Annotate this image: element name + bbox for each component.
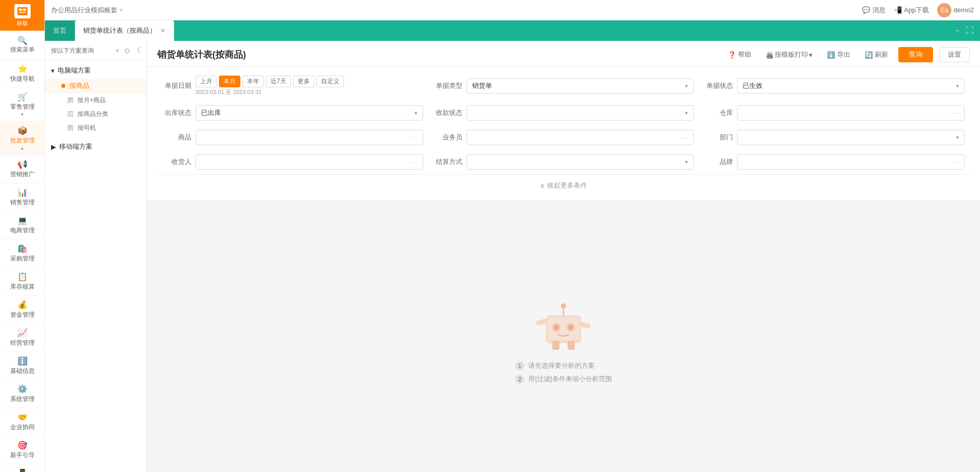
messages-btn[interactable]: 💬 消息 [862, 6, 886, 15]
app-logo-text: 标版 [17, 19, 28, 27]
help-icon: ❓ [728, 51, 736, 59]
tab-maximize-btn[interactable]: ⛶ [966, 26, 974, 35]
filter-row-2: 出库状态 已出库 ▾ 收款状态 [157, 103, 970, 123]
brand-input[interactable]: ··· [737, 154, 965, 170]
out-status-select[interactable]: 已出库 ▾ [195, 105, 423, 121]
sidebar-item-ecommerce[interactable]: 💻 电商管理 [0, 211, 44, 240]
settings-button[interactable]: 设置 [939, 47, 970, 62]
product-input[interactable]: ··· [195, 130, 423, 145]
tab-close-btn[interactable]: ✕ [160, 27, 165, 34]
sidebar-item-marketing[interactable]: 📢 营销推广 [0, 155, 44, 183]
page-title: 销货单统计表(按商品) [157, 49, 724, 61]
salesperson-input[interactable]: ··· [467, 130, 694, 145]
scheme-group-mobile: ▶ 移动端方案 [45, 137, 146, 156]
by-product-label: 按商品 [69, 81, 89, 90]
message-icon: 💬 [862, 6, 870, 14]
topbar-right: 💬 消息 📲 App下载 Ea demo2 [862, 3, 974, 17]
topbar-left: 办公用品行业模拟账套 ▾ [51, 6, 862, 15]
print-btn[interactable]: 🖨️ 按模板打印 ▾ [762, 48, 817, 61]
query-button[interactable]: 查询 [898, 47, 933, 62]
sidebar-item-system[interactable]: ⚙️ 系统管理 [0, 380, 44, 408]
tab-minimize-btn[interactable]: － [953, 26, 962, 36]
sidebar-search[interactable]: 🔍 搜索菜单 [0, 31, 44, 60]
sidebar-item-quick-nav[interactable]: ⭐ 快捷导航 [0, 60, 44, 88]
svg-rect-14 [552, 341, 559, 350]
doc-status-select[interactable]: 已生效 ▾ [737, 78, 965, 93]
filter-cell-recipient: 收货人 ··· [157, 152, 428, 172]
scheme-item-by-printer[interactable]: 囲 按司机 [45, 121, 146, 135]
search-menu-label: 搜索菜单 [10, 45, 35, 54]
collapse-panel-icon[interactable]: 《 [133, 46, 140, 55]
svg-point-8 [554, 325, 558, 329]
date-btn-last-month[interactable]: 上月 [195, 76, 217, 87]
sidebar-item-purchase[interactable]: 🛍️ 采购管理 [0, 240, 44, 268]
svg-rect-0 [17, 7, 28, 15]
tip1-text: 请先选择要分析的方案 [528, 361, 595, 370]
sidebar-item-inventory[interactable]: 📋 库存核算 [0, 268, 44, 296]
salesperson-dots-icon: ··· [682, 133, 689, 141]
right-content: 销货单统计表(按商品) ❓ 帮助 🖨️ 按模板打印 ▾ ⬇️ 导出 [147, 41, 980, 472]
sidebar-item-operations[interactable]: 📈 经营管理 [0, 324, 44, 352]
sidebar-item-sales[interactable]: 📊 销售管理 [0, 183, 44, 211]
warehouse-input[interactable]: ··· [737, 105, 965, 121]
breadcrumb-text: 办公用品行业模拟账套 [51, 6, 117, 15]
sidebar-item-guide[interactable]: 🎯 新手引导 [0, 436, 44, 464]
date-range-display: 2023-03-01 至 2023-03-31 [195, 88, 423, 96]
left-panel-header: 按以下方案查询 ＋ ⊙ 《 [45, 41, 146, 61]
scheme-item-by-month-product[interactable]: 囲 按月+商品 [45, 93, 146, 107]
date-btn-this-month[interactable]: 本月 [219, 76, 240, 87]
filter-cell-doc-type: 单据类型 销货单 ▾ [428, 76, 699, 96]
content-area: 按以下方案查询 ＋ ⊙ 《 ▾ 电脑端方案 按商品 囲 按月 [45, 41, 980, 472]
filter-cell-salesperson: 业务员 ··· [428, 127, 699, 148]
sidebar-item-app-center[interactable]: 📱 应用中心 [0, 464, 44, 472]
empty-tip-1: 1 请先选择要分析的方案 [515, 361, 611, 370]
collapse-filter-btn[interactable]: ∧ 收起更多条件 [536, 177, 591, 194]
scheme-item-by-product[interactable]: 按商品 [45, 78, 146, 93]
user-name: demo2 [953, 6, 974, 14]
date-label: 单据日期 [162, 81, 195, 90]
sidebar-item-finance[interactable]: 💰 资金管理 [0, 296, 44, 324]
recipient-input[interactable]: ··· [195, 154, 423, 170]
doc-type-value: 销货单 [472, 81, 492, 90]
date-btn-this-year[interactable]: 本年 [242, 76, 264, 87]
doc-type-select[interactable]: 销货单 ▾ [467, 78, 694, 93]
app-download-btn[interactable]: 📲 App下载 [894, 6, 929, 15]
sales-stat-tab-label: 销货单统计表（按商品） [83, 26, 156, 35]
date-btn-7days[interactable]: 近7天 [266, 76, 291, 87]
scheme-group-mobile-header[interactable]: ▶ 移动端方案 [45, 139, 146, 154]
receipt-status-label: 收款状态 [433, 108, 467, 117]
download-icon: 📲 [894, 6, 902, 14]
filter-cell-receipt-status: 收款状态 ▾ [428, 103, 699, 123]
user-area[interactable]: Ea demo2 [937, 3, 974, 17]
settlement-select[interactable]: ▾ [467, 154, 694, 170]
by-category-label: 按商品分类 [78, 110, 108, 119]
export-btn[interactable]: ⬇️ 导出 [823, 48, 854, 61]
tab-sales-stat[interactable]: 销货单统计表（按商品） ✕ [75, 20, 174, 41]
department-select[interactable]: ▾ [737, 130, 965, 145]
department-label: 部门 [704, 133, 737, 142]
tabbar-actions: － ⛶ [947, 26, 980, 36]
filter-cell-out-status: 出库状态 已出库 ▾ [157, 103, 428, 123]
receipt-status-select[interactable]: ▾ [467, 105, 694, 121]
by-month-product-label: 按月+商品 [78, 96, 106, 105]
settlement-arrow-icon: ▾ [685, 159, 688, 166]
settings-scheme-icon[interactable]: ⊙ [124, 46, 130, 55]
sidebar-item-enterprise[interactable]: 🤝 企业协同 [0, 408, 44, 436]
settlement-label: 结算方式 [433, 157, 467, 167]
tab-home[interactable]: 首页 [45, 20, 75, 41]
scheme-item-by-category[interactable]: 囯 按商品分类 [45, 107, 146, 121]
add-scheme-icon[interactable]: ＋ [114, 46, 121, 55]
help-btn[interactable]: ❓ 帮助 [724, 48, 755, 61]
empty-illustration [533, 290, 594, 351]
refresh-btn[interactable]: 🔄 刷新 [861, 48, 892, 61]
svg-point-11 [561, 303, 566, 309]
print-icon: 🖨️ [766, 51, 774, 59]
date-btn-more[interactable]: 更多 [293, 76, 314, 87]
dept-arrow-icon: ▾ [956, 134, 959, 141]
scheme-group-pc-header[interactable]: ▾ 电脑端方案 [45, 63, 146, 78]
sidebar-item-retail[interactable]: 🛒 零售管理 ▾ [0, 88, 44, 122]
sidebar-item-basic-info[interactable]: ℹ️ 基础信息 [0, 352, 44, 380]
date-btn-custom[interactable]: 自定义 [316, 76, 344, 87]
sidebar-item-wholesale[interactable]: 📦 批发管理 ▴ [0, 122, 44, 155]
export-icon: ⬇️ [827, 51, 835, 59]
